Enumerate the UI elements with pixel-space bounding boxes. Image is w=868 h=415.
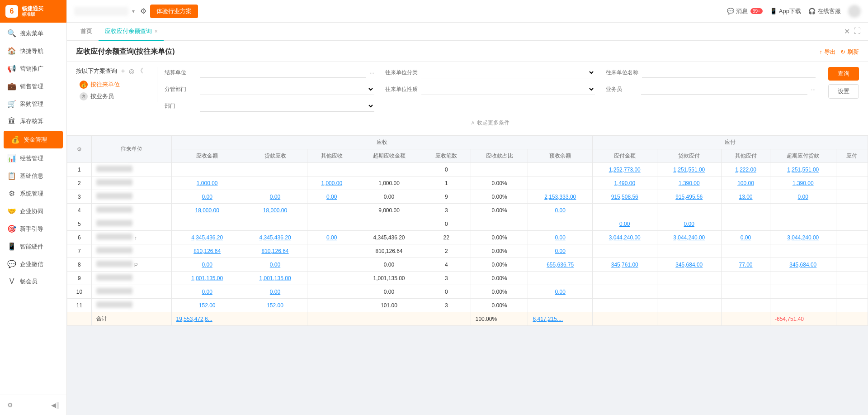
sidebar-item-basic[interactable]: 📋 基础信息 [0, 167, 66, 185]
collapse-scheme-icon[interactable]: 《 [137, 67, 143, 75]
sidebar-item-enterprise[interactable]: 🤝 企业协同 [0, 202, 66, 220]
salesman-ellipsis-icon[interactable]: ··· [811, 86, 816, 93]
table-cell: 77.00 [722, 258, 770, 272]
sidebar-item-marketing[interactable]: 📢 营销推广 [0, 60, 66, 77]
table-cell: 100.00 [722, 176, 770, 190]
table-cell [307, 258, 356, 272]
purchase-icon: 🛒 [7, 100, 16, 108]
table-cell: 1,222.00 [722, 163, 770, 176]
department-select[interactable] [200, 84, 374, 95]
collapse-more-button[interactable]: ∧ 收起更多条件 [471, 119, 509, 127]
col-pay-loan: 贷款应付 [657, 149, 722, 163]
app-download-button[interactable]: 📱 App下载 [770, 7, 801, 15]
partner-name-cell [91, 285, 171, 299]
partner-nature-select[interactable] [421, 84, 595, 95]
main-content: 首页 应收应付余额查询 × ✕ ⛶ 应收应付余额查询(按往来单位) ↑ 导出 ↻… [67, 0, 868, 415]
settings-bottom-icon[interactable]: ⚙ [5, 400, 15, 410]
summary-label: 合计 [91, 312, 171, 326]
sales-icon: 💼 [7, 82, 16, 91]
table-settings-icon[interactable]: ⚙ [77, 146, 82, 153]
summary-rec-amount: 19,553,472,6... [171, 312, 243, 326]
data-table: ⚙ 往来单位 应收 应付 应收金额 贷款应收 其他应收 超期应收金额 应收笔数 … [67, 135, 868, 326]
add-scheme-icon[interactable]: ＋ [120, 67, 126, 75]
scheme-salesman-icon: ⏱ [80, 92, 88, 100]
sidebar-item-sales[interactable]: 💼 销售管理 [0, 77, 66, 95]
table-cell [770, 272, 836, 285]
header-gear-icon[interactable]: ⚙ [140, 7, 146, 15]
settlement-input[interactable] [200, 67, 366, 78]
sidebar-item-member[interactable]: V 畅会员 [0, 273, 66, 290]
sidebar-item-purchase[interactable]: 🛒 采购管理 [0, 95, 66, 113]
tab-close-icon[interactable]: × [155, 29, 157, 34]
filter-field-settlement: 结算单位 ··· [165, 67, 374, 78]
tab-receivable-payable[interactable]: 应收应付余额查询 × [99, 23, 164, 41]
dept-select[interactable] [200, 100, 374, 112]
table-cell [657, 299, 722, 312]
table-cell: 13.00 [722, 190, 770, 204]
col-rec-amount: 应收金额 [171, 149, 243, 163]
partner-nature-label: 往来单位性质 [385, 86, 418, 93]
settlement-label: 结算单位 [165, 69, 196, 76]
trial-industry-button[interactable]: 体验行业方案 [150, 5, 198, 18]
sidebar-item-guide[interactable]: 🎯 新手引导 [0, 220, 66, 238]
user-avatar[interactable] [848, 5, 861, 18]
partner-name-cell [91, 244, 171, 258]
maximize-window-icon[interactable]: ⛶ [854, 27, 861, 36]
col-pay-amount: 应付金额 [592, 149, 657, 163]
summary-rec-ratio: 100.00% [471, 312, 528, 326]
table-cell: 0.00 [307, 190, 356, 204]
table-cell: 0.00 [356, 258, 422, 272]
table-row: 8P0.000.000.0040.00%655,636.75345,761.00… [67, 258, 868, 272]
edit-scheme-icon[interactable]: ◎ [129, 67, 134, 75]
partner-name-input[interactable] [642, 67, 816, 78]
table-cell: 1,252,773.00 [592, 163, 657, 176]
settlement-ellipsis-icon[interactable]: ··· [370, 70, 374, 76]
home-icon: 🏠 [7, 47, 16, 55]
settings-button[interactable]: 设置 [828, 84, 859, 99]
breadcrumb-dropdown-icon[interactable]: ▾ [132, 8, 135, 14]
table-cell [528, 272, 593, 285]
col-rec-loan: 贷款应收 [243, 149, 307, 163]
close-window-icon[interactable]: ✕ [844, 27, 850, 36]
sidebar-item-operation[interactable]: 📊 经营管理 [0, 149, 66, 167]
sidebar-item-hardware[interactable]: 📱 智能硬件 [0, 238, 66, 255]
online-service-button[interactable]: 🎧 在线客服 [808, 7, 841, 15]
col-rec-count: 应收笔数 [422, 149, 471, 163]
sidebar-item-system[interactable]: ⚙ 系统管理 [0, 185, 66, 202]
scheme-option-partner[interactable]: 💰 按往来单位 [76, 79, 151, 91]
table-cell: 1,001,135.00 [171, 272, 243, 285]
refresh-button[interactable]: ↻ 刷新 [840, 48, 859, 56]
table-cell [243, 176, 307, 190]
logo-icon: 6 [5, 5, 18, 18]
partner-category-select[interactable] [421, 67, 595, 78]
table-cell: 3,044,240.00 [592, 231, 657, 244]
messages-button[interactable]: 💬 消息 99+ [727, 7, 763, 15]
salesman-label: 业务员 [606, 86, 637, 93]
query-button[interactable]: 查询 [828, 67, 859, 81]
filter-field-partner-name: 往来单位名称 [606, 67, 816, 78]
sidebar-item-inventory[interactable]: 🏛 库存核算 [0, 113, 66, 130]
filter-field-partner-nature: 往来单位性质 [385, 84, 595, 95]
salesman-input[interactable] [641, 84, 807, 95]
table-row: 30.000.000.000.0090.00%2,153,333.00915,5… [67, 190, 868, 204]
sidebar-item-finance[interactable]: 💰 资金管理 [4, 131, 63, 148]
table-cell [356, 163, 422, 176]
sidebar-item-search[interactable]: 🔍 搜索菜单 [0, 24, 66, 42]
collapse-icon: ∧ [471, 119, 475, 126]
collapse-sidebar-icon[interactable]: ◀‖ [49, 400, 61, 410]
partner-name-cell [91, 190, 171, 204]
scheme-option-salesman[interactable]: ⏱ 按业务员 [76, 91, 151, 102]
summary-empty [67, 312, 92, 326]
table-cell: 4,345,436.20 [243, 231, 307, 244]
table-cell: 4,345,436.20 [171, 231, 243, 244]
row-number: 2 [67, 176, 92, 190]
col-rec-overdue: 超期应收金额 [356, 149, 422, 163]
sidebar-item-wechat[interactable]: 💬 企业微信 [0, 255, 66, 273]
table-row: 100.000.000.0000.00%0.00 [67, 285, 868, 299]
export-button[interactable]: ↑ 导出 [820, 48, 836, 56]
tab-home[interactable]: 首页 [74, 23, 99, 41]
summary-pay-overdue: -654,751.40 [770, 312, 836, 326]
col-pay-other: 其他应付 [722, 149, 770, 163]
sidebar-item-quicknav[interactable]: 🏠 快捷导航 [0, 42, 66, 60]
table-cell: 0.00% [471, 258, 528, 272]
